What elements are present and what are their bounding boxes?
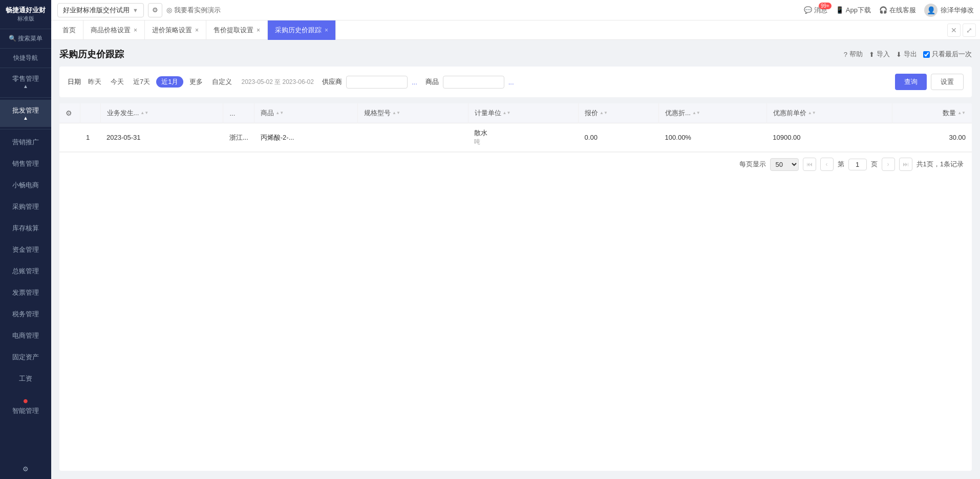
per-page-select[interactable]: 50 20 100 xyxy=(770,158,799,171)
next-page-button[interactable]: › xyxy=(882,158,895,171)
page-number-input[interactable] xyxy=(848,159,867,170)
message-button[interactable]: 💬 消息 99+ xyxy=(804,6,827,15)
page-actions: ? 帮助 ⬆ 导入 ⬇ 导出 只看最后一次 xyxy=(844,50,972,59)
th-product-label: 商品 xyxy=(261,108,274,118)
avatar: 👤 xyxy=(924,4,938,17)
sidebar-search[interactable]: 🔍 搜索菜单 xyxy=(0,29,51,49)
topbar-right: 💬 消息 99+ 📱 App下载 🎧 在线客服 👤 徐泽华修改 xyxy=(804,4,974,17)
sidebar-item-ecommerce[interactable]: 电商管理 xyxy=(0,325,51,346)
supplier-more-icon[interactable]: ... xyxy=(412,78,417,86)
th-quote[interactable]: 报价 ▲▼ xyxy=(579,103,659,123)
tab-purchase-history-label: 采购历史价跟踪 xyxy=(275,26,322,35)
th-quantity[interactable]: 数量 ▲▼ xyxy=(892,103,972,123)
sidebar-item-label: 税务管理 xyxy=(12,310,39,319)
date-option-custom[interactable]: 自定义 xyxy=(209,76,235,88)
product-input[interactable] xyxy=(443,76,504,89)
tab-home[interactable]: 首页 xyxy=(55,20,83,40)
th-gear[interactable]: ⚙ xyxy=(59,103,80,123)
th-date[interactable]: 业务发生... ▲▼ xyxy=(100,103,223,123)
query-button[interactable]: 查询 xyxy=(895,74,927,90)
product-more-icon[interactable]: ... xyxy=(508,78,514,86)
table-body: 1 2023-05-31 浙江... 丙烯酸-2-... 散水吨 0.00 10… xyxy=(59,123,972,152)
help-button[interactable]: ? 帮助 xyxy=(844,50,863,59)
filter-bar: 日期 昨天 今天 近7天 近1月 更多 自定义 2023-05-02 至 202… xyxy=(59,67,972,97)
sidebar-item-assets[interactable]: 固定资产 xyxy=(0,346,51,368)
th-quote-label: 报价 xyxy=(585,108,598,118)
tab-sale-price[interactable]: 售价提取设置 × xyxy=(206,20,268,40)
date-option-more[interactable]: 更多 xyxy=(186,76,206,88)
sidebar-item-salary[interactable]: 工资 xyxy=(0,368,51,389)
sidebar-item-accounting[interactable]: 总账管理 xyxy=(0,260,51,282)
date-option-yesterday[interactable]: 昨天 xyxy=(85,76,104,88)
th-discount[interactable]: 优惠折... ▲▼ xyxy=(659,103,767,123)
app-icon: 📱 xyxy=(836,6,844,14)
page-header: 采购历史价跟踪 ? 帮助 ⬆ 导入 ⬇ 导出 只看最后一次 xyxy=(59,48,972,60)
cell-date: 2023-05-31 xyxy=(100,123,223,152)
sidebar-item-finance[interactable]: 资金管理 xyxy=(0,239,51,260)
supplier-input[interactable] xyxy=(346,76,408,89)
tab-close-icon[interactable]: × xyxy=(325,27,328,34)
message-badge: 99+ xyxy=(819,3,832,9)
export-icon: ⬇ xyxy=(896,51,902,58)
headset-icon: 🎧 xyxy=(879,6,887,14)
sidebar-item-inventory[interactable]: 库存核算 xyxy=(0,217,51,239)
import-label: 导入 xyxy=(877,50,890,59)
tab-close-button[interactable]: ✕ xyxy=(947,24,961,37)
th-spec[interactable]: 规格型号 ▲▼ xyxy=(358,103,468,123)
last-only-label: 只看最后一次 xyxy=(932,50,972,59)
version-selector[interactable]: 好业财标准版交付试用 ▼ xyxy=(57,3,144,17)
total-info: 共1页，1条记录 xyxy=(917,160,964,169)
sidebar: 畅捷通好业财 标准版 🔍 搜索菜单 快捷导航 零售管理 ▲ 批发管理 ▲ 营销推… xyxy=(0,0,51,479)
demo-button[interactable]: ◎ 我要看实例演示 xyxy=(166,6,221,15)
sidebar-item-label: 总账管理 xyxy=(12,267,39,276)
user-menu[interactable]: 👤 徐泽华修改 xyxy=(924,4,974,17)
sidebar-item-invoice[interactable]: 发票管理 xyxy=(0,282,51,303)
expand-arrow-icon: ▲ xyxy=(23,83,28,89)
sidebar-item-sales[interactable]: 销售管理 xyxy=(0,153,51,175)
search-icon: 🔍 xyxy=(9,35,16,42)
cell-supplier: 浙江... xyxy=(223,123,254,152)
date-option-today[interactable]: 今天 xyxy=(108,76,127,88)
import-button[interactable]: ⬆ 导入 xyxy=(869,50,890,59)
date-option-last7[interactable]: 近7天 xyxy=(130,76,153,88)
column-settings-icon: ⚙ xyxy=(66,109,72,117)
tab-close-icon[interactable]: × xyxy=(257,27,260,34)
tab-price[interactable]: 商品价格设置 × xyxy=(83,20,145,40)
tab-close-icon[interactable]: × xyxy=(195,27,199,34)
sidebar-item-ecommerce-small[interactable]: 小畅电商 xyxy=(0,175,51,196)
export-button[interactable]: ⬇ 导出 xyxy=(896,50,917,59)
date-option-last1m[interactable]: 近1月 xyxy=(156,76,183,88)
sort-icon: ▲▼ xyxy=(808,111,816,115)
sidebar-gear-btn[interactable]: ⚙ xyxy=(0,459,51,479)
prev-page-button[interactable]: ‹ xyxy=(820,158,834,171)
sidebar-item-smart[interactable]: ● 智能管理 xyxy=(0,389,51,422)
app-download-button[interactable]: 📱 App下载 xyxy=(836,6,871,15)
th-pre-discount-price[interactable]: 优惠前单价 ▲▼ xyxy=(766,103,892,123)
online-service-button[interactable]: 🎧 在线客服 xyxy=(879,6,916,15)
help-label: 帮助 xyxy=(849,50,863,59)
th-product[interactable]: 商品 ▲▼ xyxy=(254,103,358,123)
sidebar-item-wholesale[interactable]: 批发管理 ▲ xyxy=(0,100,51,127)
topbar-gear-button[interactable]: ⚙ xyxy=(148,3,162,17)
sidebar-item-label: 智能管理 xyxy=(12,406,39,416)
sidebar-item-purchase[interactable]: 采购管理 xyxy=(0,196,51,217)
last-only-checkbox[interactable] xyxy=(923,51,930,58)
cell-discount: 100.00% xyxy=(659,123,767,152)
sidebar-item-retail[interactable]: 零售管理 ▲ xyxy=(0,68,51,95)
tab-expand-button[interactable]: ⤢ xyxy=(963,24,976,37)
settings-button[interactable]: 设置 xyxy=(931,74,964,90)
tab-close-icon[interactable]: × xyxy=(134,27,137,34)
tab-strategy[interactable]: 进价策略设置 × xyxy=(145,20,206,40)
first-page-button[interactable]: ⏮ xyxy=(803,158,816,171)
th-unit[interactable]: 计量单位 ▲▼ xyxy=(468,103,579,123)
sort-icon: ▲▼ xyxy=(275,111,284,115)
sort-icon: ▲▼ xyxy=(140,111,148,115)
tab-purchase-history[interactable]: 采购历史价跟踪 × xyxy=(268,20,336,40)
quick-nav[interactable]: 快捷导航 xyxy=(0,49,51,68)
last-page-button[interactable]: ⏭ xyxy=(899,158,912,171)
table-header-row: ⚙ 业务发生... ▲▼ ... xyxy=(59,103,972,123)
sidebar-item-label: 销售管理 xyxy=(12,159,39,168)
sidebar-item-tax[interactable]: 税务管理 xyxy=(0,303,51,325)
sidebar-item-marketing[interactable]: 营销推广 xyxy=(0,132,51,153)
th-more[interactable]: ... xyxy=(223,103,254,123)
